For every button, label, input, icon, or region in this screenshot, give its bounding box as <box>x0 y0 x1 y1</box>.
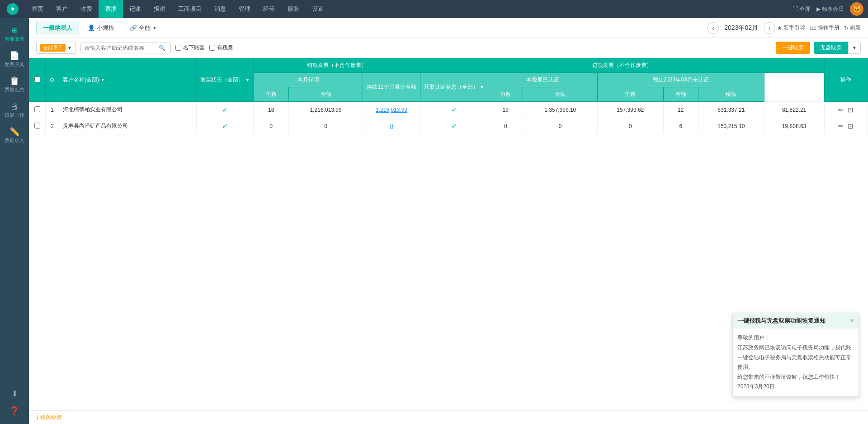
chevron-down-icon: ▼ <box>852 45 857 50</box>
search-input[interactable] <box>85 45 157 51</box>
table-group-header-row: ⚙ 客户名称(全部) ▼ 取票状态（全部） ▼ 销项发票（不含作废票） <box>29 58 868 73</box>
cert-check-icon: ✓ <box>451 122 457 130</box>
notification-header: 一键报税与无盘取票功能恢复通知 × <box>733 313 859 329</box>
filter-icon: ▼ <box>100 77 105 82</box>
sidebar-item-smart-fetch[interactable]: ⊕ 智能取票 <box>0 22 29 47</box>
tab-all-label: 全能 <box>139 24 151 32</box>
my-accounts-checkbox[interactable]: 名下账套 <box>175 44 205 52</box>
row2-customer: 灵寿县尚泽矿产品有限公司 <box>59 118 197 134</box>
nav-business[interactable]: 工商项目 <box>172 0 208 18</box>
no-disk-fetch-ops-button[interactable]: ▼ <box>848 42 861 54</box>
search-icon: 🔍 <box>159 45 165 51</box>
row1-cumulative[interactable]: 1,216,013.99 <box>363 102 420 118</box>
table-body: 1 河北柯蒂柏实业有限公司 ✓ 18 1,216,013.99 1,216,01… <box>29 102 868 134</box>
row1-cert-amount: 1,357,999.10 <box>523 102 598 118</box>
nav-operation[interactable]: 经营 <box>257 0 281 18</box>
help-icon: ❓ <box>9 407 19 415</box>
sidebar: ⊕ 智能取票 📄 发票开具 📋 票据汇总 🖨 扫描上传 ✏️ 票据录入 ⬇ ❓ <box>0 18 29 424</box>
sidebar-item-help[interactable]: ❓ <box>8 402 21 419</box>
tab-right-actions: ★ 新手引导 📖 操作手册 ↻ 刷新 <box>777 24 861 32</box>
th-checkbox <box>29 58 46 102</box>
has-tax-disk-check[interactable] <box>209 45 215 51</box>
tab-general-label: 一般纳税人 <box>43 24 72 32</box>
manual-link[interactable]: 📖 操作手册 <box>810 24 840 32</box>
nav-bookkeeping[interactable]: 记账 <box>123 0 147 18</box>
sidebar-item-label: 发票开具 <box>5 61 24 68</box>
nav-customer[interactable]: 客户 <box>50 0 74 18</box>
fullscreen-icon: ⛶ <box>793 6 798 12</box>
table-row: 1 河北柯蒂柏实业有限公司 ✓ 18 1,216,013.99 1,216,01… <box>29 102 868 118</box>
row2-checkbox <box>29 118 46 134</box>
tab-small[interactable]: 👤 小规模 <box>81 21 121 35</box>
employee-filter[interactable]: 全部员工 ▼ <box>36 42 76 54</box>
tax-policy-link[interactable]: ℹ 税务政策 <box>36 414 62 421</box>
row1-uncert-tax: 81,822.21 <box>764 102 824 118</box>
nav-settings[interactable]: 设置 <box>306 0 330 18</box>
nav-service[interactable]: 服务 <box>281 0 306 18</box>
small-scale-icon: 👤 <box>88 24 95 31</box>
sidebar-item-issue-invoice[interactable]: 📄 发票开具 <box>0 47 29 72</box>
th-cert-num: 份数 <box>488 87 523 102</box>
table-row: 2 灵寿县尚泽矿产品有限公司 ✓ 0 0 0 ✓ 0 0 0 6 153,215… <box>29 118 868 134</box>
row1-fetch-status: ✓ <box>197 102 254 118</box>
sidebar-item-data-entry[interactable]: ✏️ 票据录入 <box>0 123 29 148</box>
my-accounts-check[interactable] <box>175 45 181 51</box>
nav-billing[interactable]: 收费 <box>74 0 99 18</box>
row1-sales-num: 18 <box>254 102 288 118</box>
no-disk-fetch-button[interactable]: 无盘取票 <box>814 42 848 54</box>
row2-cumulative[interactable]: 0 <box>363 118 420 134</box>
th-cumulative-12months: 连续12个月累计金额 <box>363 73 420 102</box>
top-navigation: ✦ 首页 客户 收费 票据 记账 报税 工商项目 消息 管理 经营 服务 设置 … <box>0 0 868 18</box>
row1-copy-icon[interactable]: ⊡ <box>848 106 854 114</box>
sidebar-item-download[interactable]: ⬇ <box>8 385 21 402</box>
nav-home[interactable]: 首页 <box>25 0 50 18</box>
select-all-checkbox[interactable] <box>34 76 40 82</box>
row1-customer: 河北柯蒂柏实业有限公司 <box>59 102 197 118</box>
row2-cert-tax: 0 <box>597 118 663 134</box>
one-key-fetch-button[interactable]: 一键取票 <box>776 42 810 54</box>
filter-icon: ▼ <box>480 85 484 90</box>
tab-general[interactable]: 一般纳税人 <box>36 21 79 35</box>
invoice-summary-icon: 📋 <box>9 77 19 85</box>
row2-fetch-status: ✓ <box>197 118 254 134</box>
nav-tax[interactable]: 报税 <box>147 0 172 18</box>
sidebar-item-label: 扫描上传 <box>5 112 24 119</box>
tab-bar: 一般纳税人 👤 小规模 🔗 全能 ▼ ‹ 2023年02月 › ★ 新手引导 <box>29 18 868 38</box>
issue-invoice-icon: 📄 <box>9 52 19 60</box>
row1-check[interactable] <box>34 106 40 112</box>
sidebar-item-invoice-summary[interactable]: 📋 票据汇总 <box>0 72 29 98</box>
current-date: 2023年02月 <box>721 24 762 32</box>
row1-edit-icon[interactable]: ✏ <box>838 106 844 114</box>
next-month-button[interactable]: › <box>764 22 775 34</box>
sidebar-item-scan-upload[interactable]: 🖨 扫描上传 <box>0 98 29 123</box>
refresh-link[interactable]: ↻ 刷新 <box>844 24 861 32</box>
info-icon: ℹ <box>36 414 38 421</box>
row1-actions: ✏ ⊡ <box>824 102 868 118</box>
notification-close-button[interactable]: × <box>850 317 854 325</box>
row2-edit-icon[interactable]: ✏ <box>838 122 844 130</box>
th-sales-num: 份数 <box>254 87 288 102</box>
nav-manage[interactable]: 管理 <box>232 0 257 18</box>
th-uncert-amount: 金额 <box>663 87 698 102</box>
fullscreen-button[interactable]: ⛶ 全屏 <box>793 5 810 13</box>
smart-fetch-icon: ⊕ <box>11 26 18 34</box>
row2-copy-icon[interactable]: ⊡ <box>848 122 854 130</box>
th-sales-amount: 金额 <box>288 87 363 102</box>
nav-invoice[interactable]: 票据 <box>99 0 123 18</box>
row1-num: 1 <box>46 102 59 118</box>
tab-all[interactable]: 🔗 全能 ▼ <box>123 21 164 35</box>
user-avatar[interactable]: 🐱 <box>850 2 863 16</box>
prev-month-button[interactable]: ‹ <box>707 22 719 34</box>
invoice-table: ⚙ 客户名称(全部) ▼ 取票状态（全部） ▼ 销项发票（不含作废票） <box>29 58 868 134</box>
has-tax-disk-checkbox[interactable]: 有税盘 <box>209 44 233 52</box>
new-guide-link[interactable]: ★ 新手引导 <box>777 24 805 32</box>
all-icon: 🔗 <box>130 24 137 31</box>
nav-message[interactable]: 消息 <box>208 0 232 18</box>
app-logo: ✦ <box>5 1 21 17</box>
member-button[interactable]: ▶ 畅享会员 <box>816 5 844 13</box>
row2-num: 2 <box>46 118 59 134</box>
row2-check[interactable] <box>34 123 40 129</box>
data-entry-icon: ✏️ <box>9 128 19 136</box>
row1-cert-num: 19 <box>488 102 523 118</box>
scan-upload-icon: 🖨 <box>10 102 19 110</box>
